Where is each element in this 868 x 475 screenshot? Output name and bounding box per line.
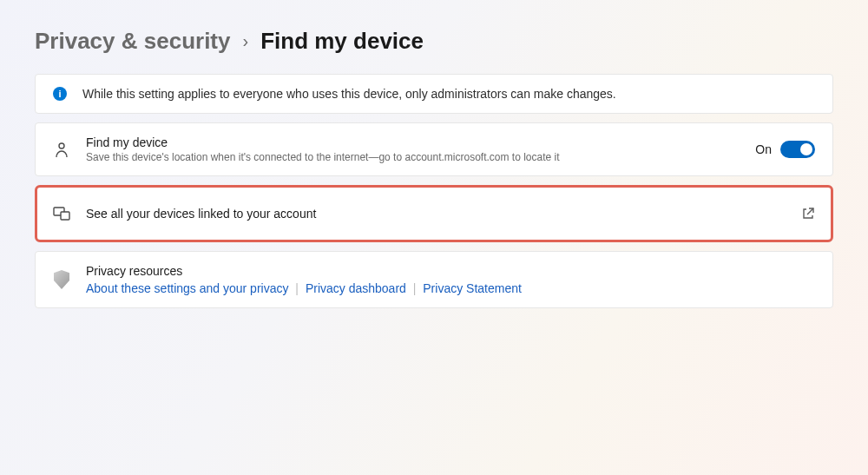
- find-my-device-card: Find my device Save this device's locati…: [35, 122, 833, 176]
- external-link-icon: [801, 207, 815, 221]
- shield-icon: [53, 270, 70, 289]
- privacy-resources-title: Privacy resources: [86, 264, 815, 278]
- see-all-devices-link[interactable]: See all your devices linked to your acco…: [35, 185, 833, 242]
- devices-icon: [53, 207, 70, 221]
- info-icon: i: [53, 87, 67, 101]
- see-all-devices-label: See all your devices linked to your acco…: [86, 207, 786, 221]
- toggle-label: On: [755, 142, 772, 156]
- about-settings-link[interactable]: About these settings and your privacy: [86, 281, 288, 295]
- privacy-links: About these settings and your privacy | …: [86, 281, 815, 295]
- privacy-resources-card: Privacy resources About these settings a…: [35, 251, 833, 308]
- find-my-device-subtitle: Save this device's location when it's co…: [86, 151, 740, 163]
- privacy-statement-link[interactable]: Privacy Statement: [423, 281, 522, 295]
- svg-point-0: [59, 143, 64, 148]
- svg-rect-2: [61, 212, 69, 220]
- breadcrumb-current: Find my device: [260, 28, 424, 55]
- info-text: While this setting applies to everyone w…: [82, 87, 616, 101]
- chevron-right-icon: ›: [242, 31, 248, 51]
- info-banner: i While this setting applies to everyone…: [35, 74, 833, 114]
- privacy-dashboard-link[interactable]: Privacy dashboard: [306, 281, 406, 295]
- breadcrumb: Privacy & security › Find my device: [35, 28, 833, 55]
- location-icon: [53, 141, 70, 158]
- find-my-device-title: Find my device: [86, 135, 740, 149]
- breadcrumb-parent[interactable]: Privacy & security: [35, 28, 230, 55]
- find-my-device-toggle[interactable]: [780, 141, 815, 158]
